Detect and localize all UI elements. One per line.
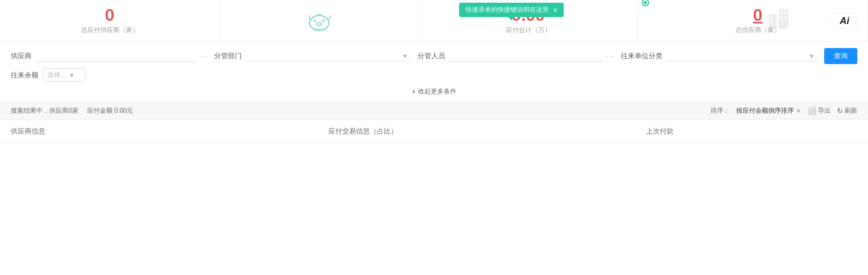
svg-point-3 [317,22,322,26]
unit-category-select[interactable]: ▼ [666,51,818,61]
refresh-label: 刷新 [845,106,857,115]
tooltip-anchor-dot [643,0,648,5]
collapse-up-icon: ∧ [412,88,416,95]
supplier-count-label: 搜索结果中，供应商0家 [11,106,78,115]
filter-row-2: 往来余额 选择... ▼ [11,68,857,85]
table-header: 供应商信息 应付交易信息（占比） 上次付款 [0,120,868,143]
export-button[interactable]: ⬜ 导出 [808,106,831,115]
balance-arrow-icon: ▼ [69,72,75,78]
svg-point-6 [314,28,325,31]
export-icon: ⬜ [808,107,816,115]
col-payable-header: 应付交易信息（占比） [328,127,646,136]
ai-badge: Ai [832,12,857,29]
collapse-label: 收起更多条件 [418,87,456,96]
balance-placeholder: 选择... [48,70,66,80]
tooltip-close-btn[interactable]: × [553,6,557,14]
search-button[interactable]: 查询 [824,48,857,64]
total-payable-supplier-label: 总应付供应商（家） [81,26,139,35]
svg-rect-13 [780,17,783,19]
filter-manager: 分管人员 ··· [417,50,614,62]
unit-category-arrow-icon: ▼ [809,53,815,59]
svg-point-4 [318,23,319,25]
refresh-icon: ↻ [837,107,843,115]
table-area: 供应商信息 应付交易信息（占比） 上次付款 [0,120,868,275]
col-lastpay-header: 上次付款 [646,127,858,136]
summary-total-payable-supplier: 0 总应付供应商（家） [0,0,220,41]
result-bar-left: 搜索结果中，供应商0家 应付金额 0.00元 [11,106,133,115]
manager-input[interactable] [448,50,603,62]
result-bar-right: 排序： 按应付会额倒序排序 ▼ ⬜ 导出 ↻ 刷新 [711,106,857,115]
department-select[interactable]: ▼ [245,51,411,61]
department-label: 分管部门 [214,51,242,61]
payable-amount-label: 应付金额 0.00元 [87,106,133,115]
supplier-label: 供应商 [11,51,31,61]
svg-point-5 [320,23,321,25]
filter-area: 供应商 ··· 分管部门 ▼ 分管人员 ··· 往来单位分类 ▼ 查询 往来 [0,42,868,102]
result-bar: 搜索结果中，供应商0家 应付金额 0.00元 排序： 按应付会额倒序排序 ▼ ⬜… [0,102,868,120]
refresh-button[interactable]: ↻ 刷新 [837,106,857,115]
svg-rect-11 [780,12,783,14]
supplier-input[interactable] [35,50,196,62]
svg-rect-12 [785,12,787,14]
pig-icon [303,5,335,37]
balance-label: 往来余额 [11,70,38,80]
tooltip-text: 快速录单的快捷键说明在这里 [465,5,549,14]
svg-point-1 [314,20,316,22]
col-supplier-header: 供应商信息 [11,127,328,136]
supplier-dots[interactable]: ··· [200,52,208,60]
filter-supplier: 供应商 ··· [11,50,208,62]
export-label: 导出 [818,106,831,115]
svg-rect-8 [779,9,788,29]
sort-select[interactable]: 按应付会额倒序排序 ▼ [736,106,801,115]
sort-arrow-icon: ▼ [795,108,801,114]
sort-prefix: 排序： [711,106,730,115]
payable-total-label: 应付合计（万） [506,26,551,35]
summary-pig-icon-area [220,0,419,41]
svg-rect-9 [771,17,773,19]
empty-table-area [0,143,868,275]
manager-label: 分管人员 [417,51,445,61]
department-arrow-icon: ▼ [402,53,408,59]
total-payable-supplier-value: 0 [105,6,115,23]
svg-rect-10 [771,20,773,22]
filter-row-1: 供应商 ··· 分管部门 ▼ 分管人员 ··· 往来单位分类 ▼ 查询 [11,48,857,64]
manager-dots[interactable]: ··· [606,52,614,60]
balance-select[interactable]: 选择... ▼ [43,68,85,82]
sort-option-label: 按应付会额倒序排序 [736,106,794,115]
summary-bar: 0 总应付供应商（家） 0.00 应付合计（万） 快速录单的快捷键说明在这里 × [0,0,868,42]
tooltip-bubble: 快速录单的快捷键说明在这里 × [459,3,564,17]
svg-rect-14 [785,17,787,19]
filter-unit-category: 往来单位分类 ▼ [621,51,818,61]
collapse-btn[interactable]: ∧ 收起更多条件 [403,85,465,98]
building-icon [764,4,793,34]
unit-category-label: 往来单位分类 [621,51,662,61]
total-supplier-value: 0 [753,6,763,23]
filter-department: 分管部门 ▼ [214,51,411,61]
svg-point-2 [322,20,325,22]
